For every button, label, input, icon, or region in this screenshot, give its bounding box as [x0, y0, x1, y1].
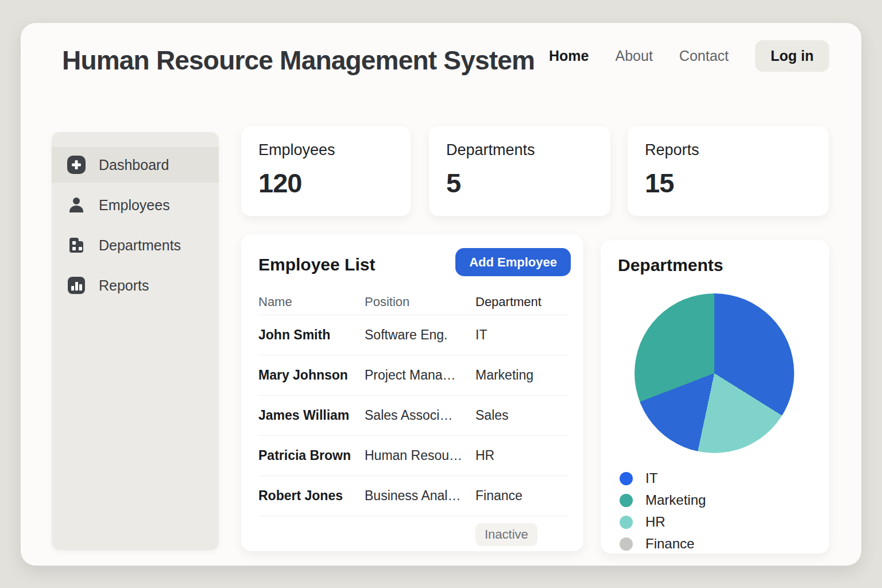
legend-dot-hr	[620, 516, 633, 529]
chart-legend: IT Marketing HR Finance	[620, 467, 706, 555]
legend-label: HR	[645, 514, 666, 530]
table-row: John Smith Software Eng. IT	[258, 315, 569, 355]
stat-value: 5	[446, 167, 593, 199]
departments-pie	[635, 293, 794, 453]
legend-item-it: IT	[620, 467, 706, 489]
sidebar-item-label: Dashboard	[99, 157, 169, 173]
top-nav: Home About Contact Log in	[549, 40, 829, 71]
login-button[interactable]: Log in	[755, 40, 829, 72]
sidebar-item-employees[interactable]: Employees	[52, 187, 219, 223]
sidebar-item-reports[interactable]: Reports	[52, 268, 219, 303]
employee-name: James William	[258, 408, 365, 423]
plus-square-icon	[67, 155, 86, 175]
stat-value: 120	[258, 167, 393, 199]
chart-title: Departments	[618, 256, 723, 275]
employee-department: Finance	[475, 488, 569, 504]
table-row: Mary Johnson Project Mana… Marketing	[258, 355, 569, 395]
nav-link-about[interactable]: About	[616, 48, 653, 64]
sidebar-item-label: Employees	[99, 197, 170, 214]
employee-name: Robert Jones	[258, 488, 365, 504]
column-header-department: Department	[475, 295, 569, 310]
employee-position: Sales Associ…	[365, 408, 475, 423]
stat-label: Reports	[645, 141, 811, 159]
employee-name: Mary Johnson	[258, 368, 365, 383]
employee-department: IT	[475, 327, 569, 343]
sidebar-item-label: Reports	[99, 277, 149, 294]
legend-dot-it	[620, 472, 633, 485]
legend-label: Finance	[645, 536, 694, 552]
stat-label: Employees	[258, 141, 393, 159]
table-footer-row: Inactive	[258, 516, 569, 552]
sidebar-item-departments[interactable]: Departments	[52, 227, 219, 263]
departments-chart-card: Departments IT Marketing HR Finance	[601, 240, 829, 554]
legend-item-finance: Finance	[620, 533, 706, 555]
legend-label: Marketing	[645, 492, 706, 508]
stat-label: Departments	[446, 141, 593, 159]
employee-position: Human Resou…	[365, 448, 475, 463]
employee-position: Business Anal…	[365, 488, 475, 504]
add-employee-button[interactable]: Add Employee	[455, 248, 571, 276]
employee-department: Sales	[475, 408, 569, 423]
employee-name: Patricia Brown	[258, 448, 365, 463]
legend-item-marketing: Marketing	[620, 489, 706, 511]
legend-label: IT	[645, 470, 657, 486]
employee-position: Project Mana…	[365, 368, 475, 383]
employee-department: Marketing	[475, 368, 569, 383]
page-title: Human Resource Management System	[62, 44, 550, 78]
employee-table: Name Position Department John Smith Soft…	[258, 289, 569, 552]
employee-name: John Smith	[258, 327, 365, 343]
table-header-row: Name Position Department	[258, 289, 569, 315]
main-panel: Human Resource Management System Home Ab…	[21, 23, 861, 566]
employee-department: HR	[475, 448, 569, 463]
person-icon	[67, 195, 86, 215]
sidebar-item-dashboard[interactable]: Dashboard	[52, 147, 219, 183]
table-row: Patricia Brown Human Resou… HR	[258, 435, 569, 475]
nav-link-contact[interactable]: Contact	[679, 48, 729, 64]
table-row: James William Sales Associ… Sales	[258, 395, 569, 435]
stat-value: 15	[645, 167, 811, 199]
building-icon	[67, 235, 86, 255]
sidebar-item-label: Departments	[99, 237, 181, 254]
column-header-name: Name	[258, 295, 365, 310]
nav-link-home[interactable]: Home	[549, 48, 589, 64]
employee-position: Software Eng.	[365, 327, 475, 343]
stat-card-reports: Reports 15	[628, 126, 829, 216]
stat-card-employees: Employees 120	[241, 126, 411, 216]
sidebar: Dashboard Employees Departments Reports	[52, 132, 219, 550]
column-header-position: Position	[365, 295, 475, 310]
bar-chart-icon	[67, 276, 86, 295]
legend-dot-finance	[620, 537, 633, 551]
legend-item-hr: HR	[620, 511, 706, 533]
legend-dot-marketing	[620, 494, 633, 507]
employee-list-title: Employee List	[258, 255, 375, 274]
stat-card-departments: Departments 5	[429, 126, 610, 216]
employee-list-card: Employee List Add Employee Name Position…	[241, 234, 583, 551]
status-badge: Inactive	[475, 523, 537, 546]
table-row: Robert Jones Business Anal… Finance	[258, 475, 569, 516]
